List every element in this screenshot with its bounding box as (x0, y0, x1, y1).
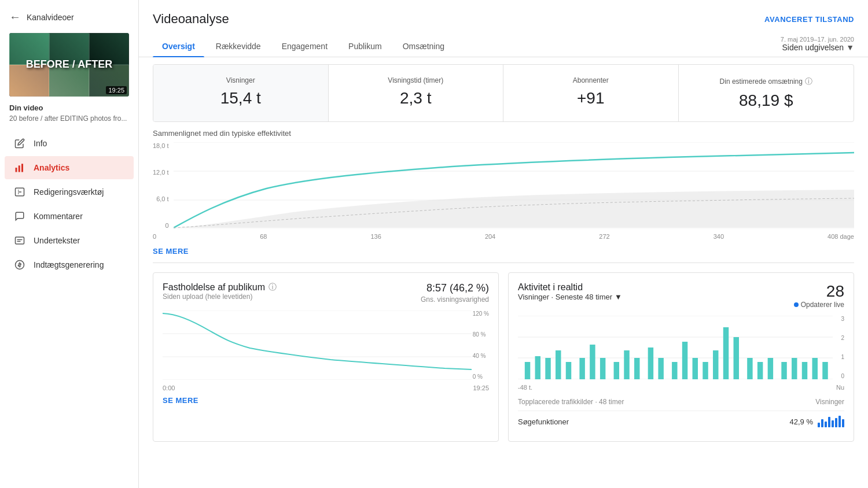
retention-metric: 8:57 (46,2 %) (421, 282, 489, 294)
svg-rect-28 (579, 358, 584, 379)
live-dot (794, 302, 799, 307)
svg-rect-1 (19, 165, 20, 172)
edit-icon (14, 138, 25, 149)
stat-card-visningstid: Visningstid (timer) 2,3 t (329, 65, 504, 121)
sidebar-item-info[interactable]: Info (5, 132, 134, 155)
video-info: Din video 20 before / after EDITING phot… (0, 103, 138, 132)
realtime-title-group: Aktivitet i realtid Visninger · Seneste … (518, 282, 622, 301)
realtime-title: Aktivitet i realtid (518, 282, 622, 293)
chart-x-labels: 0 68 136 204 272 340 408 dage (139, 231, 868, 240)
video-thumbnail-container: BEFORE / AFTER 19:25 (9, 33, 129, 97)
editor-icon (14, 186, 25, 198)
sidebar-item-monetization-label: Indtægtsgenerering (34, 260, 104, 269)
svg-rect-48 (802, 362, 807, 379)
realtime-dropdown[interactable]: Visninger · Seneste 48 timer ▼ (518, 293, 622, 301)
mini-bar-1 (818, 423, 820, 427)
analytics-icon (14, 162, 25, 173)
tab-raekkevidde[interactable]: Rækkevidde (207, 36, 270, 57)
date-dropdown[interactable]: Siden udgivelsen ▼ (782, 43, 855, 52)
svg-rect-27 (566, 362, 571, 379)
mini-bar-4 (828, 417, 830, 427)
traffic-header: Topplacerede trafikkilder · 48 timer Vis… (518, 398, 844, 406)
stat-card-visninger: Visninger 15,4 t (153, 65, 329, 121)
svg-rect-0 (16, 168, 17, 172)
svg-rect-7 (16, 237, 24, 244)
retention-title-group: Fastholdelse af publikum ⓘ Siden upload … (163, 282, 277, 301)
svg-rect-49 (812, 358, 818, 379)
traffic-value-container: 42,9 % (790, 416, 844, 427)
retention-metric-group: 8:57 (46,2 %) Gns. visningsvarighed (421, 282, 489, 304)
retention-chart: 120 % 80 % 40 % 0 % (163, 310, 489, 380)
svg-rect-35 (658, 358, 663, 379)
stat-card-omsaetning: Din estimerede omsætning ⓘ 88,19 $ (679, 65, 854, 121)
traffic-source-label: Søgefunktioner (518, 417, 569, 426)
see-more-button-retention[interactable]: SE MERE (163, 396, 489, 405)
stats-row: Visninger 15,4 t Visningstid (timer) 2,3… (153, 64, 854, 122)
svg-rect-33 (634, 358, 639, 379)
retention-metric-sub: Gns. visningsvarighed (421, 295, 489, 304)
date-dropdown-value: Siden udgivelsen (782, 43, 844, 52)
svg-rect-29 (590, 345, 595, 379)
svg-rect-37 (682, 342, 687, 379)
mini-bar-3 (825, 422, 827, 427)
realtime-count-group: 28 Opdaterer live (794, 282, 844, 309)
monetization-icon (14, 259, 25, 271)
comments-icon (14, 210, 25, 222)
sidebar-item-info-label: Info (34, 139, 47, 148)
subtitles-icon (14, 235, 25, 246)
video-title: Din video (9, 103, 129, 112)
svg-rect-40 (713, 350, 718, 379)
svg-rect-31 (614, 362, 619, 379)
mini-chart (818, 416, 844, 427)
svg-rect-50 (822, 362, 827, 379)
traffic-row-search: Søgefunktioner 42,9 % (518, 411, 844, 432)
svg-rect-26 (556, 350, 561, 379)
stat-value-visningstid: 2,3 t (343, 89, 490, 108)
sidebar-item-monetization[interactable]: Indtægtsgenerering (5, 253, 134, 276)
video-thumbnail: BEFORE / AFTER (9, 33, 129, 97)
chart-area (174, 142, 854, 231)
sidebar-item-comments[interactable]: Kommentarer (5, 205, 134, 228)
svg-rect-24 (535, 356, 540, 379)
realtime-svg (518, 316, 833, 379)
stat-label-omsaetning: Din estimerede omsætning ⓘ (693, 76, 840, 87)
realtime-chart: 3 2 1 0 (518, 316, 844, 379)
mini-bar-6 (835, 418, 837, 427)
svg-rect-25 (545, 358, 550, 379)
stat-label-visningstid: Visningstid (timer) (343, 76, 490, 84)
sidebar-item-editor-label: Redigeringsværktøj (34, 187, 104, 197)
svg-rect-36 (672, 362, 677, 379)
retention-title: Fastholdelse af publikum (163, 282, 265, 293)
svg-rect-41 (723, 327, 729, 379)
tab-engagement[interactable]: Engagement (273, 36, 337, 57)
stats-section: Visninger 15,4 t Visningstid (timer) 2,3… (139, 64, 868, 122)
retention-y-labels: 120 % 80 % 40 % 0 % (473, 310, 489, 380)
sidebar-item-analytics[interactable]: Analytics (5, 156, 134, 179)
traffic-section: Topplacerede trafikkilder · 48 timer Vis… (518, 398, 844, 432)
retention-x-labels: 0:00 19:25 (163, 385, 489, 391)
stat-label-abonnenter: Abonnenter (517, 76, 664, 84)
traffic-percentage: 42,9 % (790, 417, 813, 426)
video-subtitle: 20 before / after EDITING photos fro... (9, 114, 129, 123)
info-icon: ⓘ (805, 76, 812, 87)
see-more-button-main[interactable]: SE MERE (153, 247, 189, 256)
main-chart-svg (174, 142, 854, 229)
back-button[interactable]: ← Kanalvideoer (0, 6, 138, 33)
advanced-mode-button[interactable]: AVANCERET TILSTAND (764, 15, 854, 24)
realtime-count: 28 (794, 282, 844, 301)
retention-svg (163, 310, 472, 380)
thumbnail-overlay: BEFORE / AFTER (9, 33, 129, 97)
svg-rect-30 (600, 358, 605, 379)
svg-rect-47 (792, 358, 797, 379)
sidebar-item-comments-label: Kommentarer (34, 212, 83, 221)
sidebar-item-subtitles[interactable]: Undertekster (5, 229, 134, 252)
svg-rect-43 (747, 358, 752, 379)
realtime-x-labels: -48 t. Nu (518, 384, 844, 391)
sidebar-item-editor[interactable]: Redigeringsværktøj (5, 180, 134, 204)
tab-oversigt[interactable]: Oversigt (153, 36, 204, 57)
svg-rect-44 (757, 362, 763, 379)
thumbnail-text: BEFORE / AFTER (26, 58, 112, 71)
tab-publikum[interactable]: Publikum (339, 36, 391, 57)
tab-omsaetning[interactable]: Omsætning (393, 36, 454, 57)
realtime-header: Aktivitet i realtid Visninger · Seneste … (518, 282, 844, 309)
